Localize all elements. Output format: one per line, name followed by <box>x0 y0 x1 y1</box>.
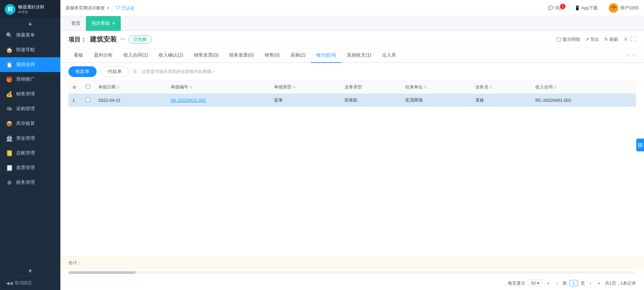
prev-page-btn[interactable]: ‹ <box>554 280 559 286</box>
sidebar-scroll-up[interactable]: ▲ <box>0 19 60 28</box>
row-salesperson: 龙妹 <box>471 94 531 107</box>
scrollbar-thumb[interactable] <box>68 271 136 274</box>
sub-tab-income-contract[interactable]: 收入合同(1) <box>118 48 153 63</box>
scrollbar-track[interactable] <box>68 271 636 274</box>
sub-tab-nav: ‹ › <box>626 51 636 60</box>
sidebar-item-quicknav[interactable]: 🏠 快捷导航 <box>0 43 60 57</box>
current-page[interactable]: 1 <box>570 280 578 286</box>
sidebar-item-purchase[interactable]: 🛍 采购管理 <box>0 101 60 116</box>
sidebar-item-invoice[interactable]: 🧾 发票管理 <box>0 160 60 175</box>
date-sort-icon[interactable]: ⇅ <box>117 85 120 89</box>
sidebar-item-contract[interactable]: 📋 项目合同 <box>0 57 60 72</box>
first-page-btn[interactable]: « <box>545 280 551 286</box>
topbar-right: 💬 消息 1 📱 App下载 🐯 用户3355 <box>548 3 639 13</box>
sidebar-item-marketing[interactable]: 🎁 营销推广 <box>0 72 60 87</box>
income-contract-col-header: 收入合同 ⇅ <box>531 81 636 94</box>
demo-dropdown-arrow[interactable]: ▼ <box>106 6 110 10</box>
sidebar-item-label: 库存核算 <box>16 121 35 127</box>
sub-tab-income-confirm[interactable]: 收入确认(2) <box>153 48 189 63</box>
sub-tab-other-income[interactable]: 其他收支(1) <box>341 48 377 63</box>
more-options-btn[interactable]: ··· <box>120 36 125 43</box>
search-menu-icon: 🔍 <box>6 32 13 39</box>
right-panel-toggle-btn[interactable]: ⊞ <box>636 139 644 151</box>
close-window-icon[interactable]: ✕ <box>624 36 628 43</box>
sidebar-logo: 财 畅捷通好业财 标准版 <box>0 0 60 19</box>
per-page-dropdown-icon[interactable]: ▾ <box>537 281 539 286</box>
sidebar-item-tax[interactable]: ⚙ 税务管理 <box>0 175 60 190</box>
sub-tab-board[interactable]: 看板 <box>68 48 89 63</box>
export-btn[interactable]: ↗ 导出 <box>585 37 599 43</box>
app-download-btn[interactable]: 📱 App下载 <box>575 5 598 11</box>
sub-tab-payment[interactable]: 收付款(4) <box>311 48 341 63</box>
sub-tab-profit[interactable]: 盈利分析 <box>89 48 118 63</box>
row-seq-value: 1 <box>72 98 75 103</box>
select-all-checkbox[interactable] <box>86 84 90 89</box>
table-settings-icon[interactable]: ⚙ <box>72 85 76 90</box>
username-label: 用户3355 <box>620 5 639 11</box>
next-page-btn[interactable]: › <box>588 280 593 286</box>
sidebar-item-label: 快捷导航 <box>16 47 35 53</box>
show-detail-label: 显示明细 <box>562 37 580 43</box>
tab-home[interactable]: 首页 <box>66 16 86 31</box>
sub-tab-next-icon[interactable]: › <box>632 51 636 60</box>
row-code-link[interactable]: SK-20220421-001 <box>171 98 206 103</box>
row-date: 2022-04-21 <box>94 94 167 107</box>
summary-label: 合计： <box>68 260 82 265</box>
phone-icon: 📱 <box>575 5 580 10</box>
maximize-window-icon[interactable]: ⛶ <box>631 36 636 43</box>
sidebar-item-capital[interactable]: 🏦 资金管理 <box>0 131 60 146</box>
show-detail-input[interactable] <box>557 37 561 42</box>
sub-tab-purchase-label: 采购(2) <box>290 52 306 58</box>
sidebar-item-inventory[interactable]: 📦 库存核算 <box>0 116 60 131</box>
sub-tab-purchase[interactable]: 采购(2) <box>285 48 311 63</box>
topbar-divider-2 <box>569 5 569 11</box>
sub-tab-inout[interactable]: 出入库 <box>377 48 401 63</box>
last-page-btn[interactable]: » <box>596 280 602 286</box>
settings-col: ⚙ <box>68 81 82 94</box>
sidebar-item-sales[interactable]: 💰 销售管理 <box>0 87 60 101</box>
filter-receipt-btn[interactable]: 收款单 <box>68 66 97 77</box>
partner-sort-icon[interactable]: ⇅ <box>424 85 427 89</box>
certified-label: 已认证 <box>121 5 135 11</box>
sub-tab-tax-invoice-label: 税务发票(0) <box>229 52 254 58</box>
avatar: 🐯 <box>609 3 618 13</box>
home-icon: 🏠 <box>6 47 13 53</box>
row-checkbox[interactable] <box>86 97 90 102</box>
sub-tab-sales-invoice[interactable]: 销售发票(0) <box>189 48 224 63</box>
code-sort-icon[interactable]: ⇅ <box>189 85 192 89</box>
messages-btn[interactable]: 💬 消息 1 <box>548 5 564 11</box>
income-contract-sort-icon[interactable]: ⇅ <box>554 85 557 89</box>
demo-account-label: 新服务官网演示账套 <box>66 5 105 11</box>
status-badge: 已生效 <box>128 35 152 44</box>
scrollbar-area <box>60 269 644 276</box>
sidebar-item-search[interactable]: 🔍 搜索菜单 <box>0 28 60 43</box>
main-content: 新服务官网演示账套 ▼ 🛡 已认证 💬 消息 1 📱 App下载 🐯 <box>60 0 644 290</box>
tab-project-board[interactable]: 项目看板 ✕ <box>86 16 121 31</box>
type-sort-icon[interactable]: ⇅ <box>292 85 296 89</box>
salesperson-sort-icon[interactable]: ⇅ <box>489 85 492 89</box>
filter-payment-btn[interactable]: 付款单 <box>101 66 129 77</box>
sub-tab-tax-invoice[interactable]: 税务发票(0) <box>224 48 259 63</box>
sidebar-unpin[interactable]: ◀◀ 取消固定 <box>0 276 60 290</box>
table-row[interactable]: 1 2022-04-21 SK-20220421-001 蓝单 应收款 宏茂商场… <box>68 94 636 107</box>
biz-type-col-label: 业务类型 <box>344 84 362 89</box>
sidebar-item-ledger[interactable]: 📒 总账管理 <box>0 146 60 160</box>
show-detail-checkbox[interactable]: 显示明细 <box>557 37 580 43</box>
per-page-value: 50 <box>531 281 536 286</box>
sidebar-scroll-down[interactable]: ▼ <box>0 267 60 276</box>
topbar-divider-1 <box>113 5 113 11</box>
sub-tab-inout-label: 出入库 <box>382 52 396 58</box>
tab-close-icon[interactable]: ✕ <box>112 21 115 26</box>
sub-tab-prev-icon[interactable]: ‹ <box>626 51 630 60</box>
demo-account[interactable]: 新服务官网演示账套 ▼ <box>66 5 110 11</box>
salesperson-col-header: 业务员 ⇅ <box>471 81 531 94</box>
per-page-select[interactable]: 50 ▾ <box>528 280 542 287</box>
refresh-btn[interactable]: ↻ 刷新 <box>604 37 618 43</box>
sub-tab-sales[interactable]: 销售(0) <box>259 48 285 63</box>
logo-subtitle: 标准版 <box>18 10 44 14</box>
row-biz-type: 应收款 <box>340 94 401 107</box>
inventory-icon: 📦 <box>6 120 13 127</box>
row-code[interactable]: SK-20220421-001 <box>167 94 270 107</box>
user-menu[interactable]: 🐯 用户3355 <box>609 3 639 13</box>
shield-icon: 🛡 <box>116 5 120 10</box>
